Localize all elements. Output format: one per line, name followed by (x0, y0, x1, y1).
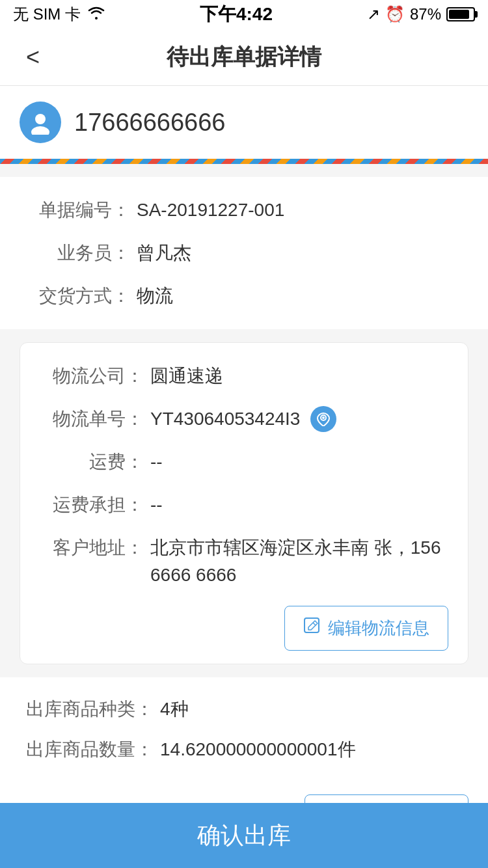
freight-bear-value: -- (144, 491, 448, 519)
edit-icon (303, 617, 321, 640)
svg-point-1 (31, 126, 49, 135)
stripe-divider (0, 159, 488, 164)
salesperson-row: 业务员： 曾凡杰 (26, 239, 462, 267)
freight-bear-label: 运费承担： (40, 491, 144, 519)
goods-info: 出库商品种类： 4种 出库商品数量： 14.620000000000001件 (0, 677, 488, 784)
order-no-row: 单据编号： SA-20191227-001 (26, 197, 462, 224)
carrier-label: 无 SIM 卡 (13, 4, 81, 25)
order-info-section: 单据编号： SA-20191227-001 业务员： 曾凡杰 交货方式： 物流 (0, 177, 488, 329)
confirm-button[interactable]: 确认出库 (0, 803, 488, 868)
logistics-info: 物流公司： 圆通速递 物流单号： YT43064053424I3 运费： -- (20, 343, 468, 595)
alarm-icon: ⏰ (385, 5, 405, 23)
freight-bear-row: 运费承担： -- (40, 491, 448, 519)
svg-rect-4 (305, 618, 319, 632)
address-row: 客户地址： 北京市市辖区海淀区永丰南 张，156 6666 6666 (40, 534, 448, 589)
address-label: 客户地址： (40, 534, 144, 562)
delivery-value: 物流 (130, 282, 462, 310)
confirm-label: 确认出库 (197, 820, 291, 852)
tracking-no-row: 物流单号： YT43064053424I3 (40, 405, 448, 433)
salesperson-value: 曾凡杰 (130, 239, 462, 267)
salesperson-label: 业务员： (26, 239, 130, 267)
svg-point-0 (35, 114, 46, 124)
back-button[interactable]: < (20, 37, 46, 77)
goods-qty-value: 14.620000000000001件 (154, 737, 356, 762)
avatar (20, 102, 61, 143)
company-label: 物流公司： (40, 362, 144, 390)
wifi-icon (87, 5, 105, 23)
svg-point-3 (322, 416, 325, 419)
freight-label: 运费： (40, 448, 144, 476)
battery-icon (446, 7, 475, 21)
tracking-no-label: 物流单号： (40, 405, 144, 433)
goods-qty-label: 出库商品数量： (26, 737, 154, 762)
edit-logistics-button[interactable]: 编辑物流信息 (284, 606, 448, 651)
freight-row: 运费： -- (40, 448, 448, 476)
order-no-label: 单据编号： (26, 197, 130, 224)
status-time: 下午4:42 (200, 2, 273, 27)
nav-bar: < 待出库单据详情 (0, 29, 488, 86)
status-left: 无 SIM 卡 (13, 4, 105, 25)
tracking-location-icon[interactable] (310, 406, 336, 432)
customer-phone: 17666666666 (74, 109, 225, 137)
battery-pct: 87% (410, 5, 441, 23)
goods-type-value: 4种 (154, 697, 189, 722)
status-bar: 无 SIM 卡 下午4:42 ↗ ⏰ 87% (0, 0, 488, 29)
goods-type-label: 出库商品种类： (26, 697, 154, 722)
logistics-card-footer: 编辑物流信息 (20, 595, 468, 664)
order-no-value: SA-20191227-001 (130, 197, 462, 224)
logistics-company-row: 物流公司： 圆通速递 (40, 362, 448, 390)
goods-qty-row: 出库商品数量： 14.620000000000001件 (26, 737, 462, 762)
goods-type-row: 出库商品种类： 4种 (26, 697, 462, 722)
logistics-card: 物流公司： 圆通速递 物流单号： YT43064053424I3 运费： -- (20, 342, 468, 664)
edit-logistics-label: 编辑物流信息 (328, 617, 429, 640)
svg-line-5 (313, 623, 316, 625)
customer-header: 17666666666 (0, 86, 488, 159)
status-right: ↗ ⏰ 87% (367, 5, 475, 23)
location-icon: ↗ (367, 5, 380, 23)
tracking-no-value: YT43064053424I3 (144, 405, 448, 433)
address-value: 北京市市辖区海淀区永丰南 张，156 6666 6666 (144, 534, 448, 589)
freight-value: -- (144, 448, 448, 476)
delivery-row: 交货方式： 物流 (26, 282, 462, 310)
page-title: 待出库单据详情 (167, 42, 321, 72)
company-value: 圆通速递 (144, 362, 448, 390)
delivery-label: 交货方式： (26, 282, 130, 310)
